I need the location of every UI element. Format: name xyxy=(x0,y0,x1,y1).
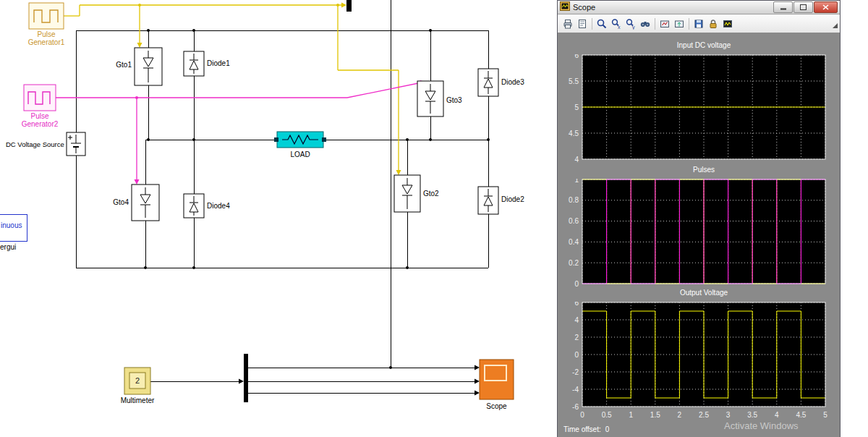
x-tick-label: 0 xyxy=(580,411,584,419)
toolbar-separator xyxy=(655,18,655,30)
chart-output-voltage[interactable]: Output Voltage6420-2-4-600.511.522.533.5… xyxy=(558,289,840,425)
svg-text:y: y xyxy=(632,25,635,30)
diode3-label: Diode3 xyxy=(501,78,524,86)
y-tick-label: 0.4 xyxy=(569,238,579,246)
chart-title: Output Voltage xyxy=(582,289,825,299)
scope-block-label: Scope xyxy=(480,402,514,410)
lock-axes-icon[interactable] xyxy=(706,17,720,31)
scope-toolbar: xy xyxy=(558,14,840,34)
model-wiring xyxy=(0,0,557,437)
toolbar-separator xyxy=(592,18,592,30)
close-button[interactable] xyxy=(814,1,838,13)
zoom-x-icon[interactable]: x xyxy=(609,17,624,31)
load-port-left xyxy=(274,137,278,142)
diode4-label: Diode4 xyxy=(207,202,230,210)
y-tick-label: 5.5 xyxy=(569,77,579,85)
y-tick-label: 2 xyxy=(574,334,579,341)
scope-titlebar[interactable]: Scope xyxy=(558,1,840,14)
parameters-icon[interactable] xyxy=(575,17,590,31)
chart-title: Input DC voltage xyxy=(582,41,825,51)
y-tick-label: 0.6 xyxy=(569,217,579,225)
x-tick-label: 1 xyxy=(629,411,633,419)
scope-window: Scope xy Input DC voltage65.554.54 Pulse… xyxy=(557,0,841,437)
diode1-block[interactable] xyxy=(184,51,204,76)
y-tick-label: -4 xyxy=(572,386,579,394)
plot-area[interactable]: 6420-2-4-600.511.522.533.544.55 xyxy=(558,302,840,425)
toolbar-overflow-button[interactable] xyxy=(833,18,838,31)
floating-scope-icon[interactable] xyxy=(720,17,735,31)
x-tick-label: 1.5 xyxy=(650,411,660,419)
x-tick-label: 4.5 xyxy=(796,411,806,419)
gto1-block[interactable] xyxy=(135,48,162,85)
maximize-button[interactable] xyxy=(793,1,813,13)
diode4-block[interactable] xyxy=(184,194,204,218)
plot-area[interactable]: 65.554.54 xyxy=(558,54,840,162)
svg-text:x: x xyxy=(618,25,621,30)
time-offset-value: 0 xyxy=(605,425,610,433)
mux-bar[interactable] xyxy=(244,354,248,402)
print-icon[interactable] xyxy=(561,17,575,31)
toolbar-separator xyxy=(689,18,689,30)
x-tick-label: 2 xyxy=(678,411,682,419)
y-tick-label: 1 xyxy=(574,179,579,184)
multimeter-label: Multimeter xyxy=(116,396,159,404)
zoom-y-icon[interactable]: y xyxy=(624,17,638,31)
gto2-block[interactable] xyxy=(394,175,420,212)
y-tick-label: 4.5 xyxy=(569,130,579,137)
pulse-generator2-label-line1: Pulse xyxy=(24,112,56,120)
y-tick-label: 4 xyxy=(574,316,579,324)
pulse-generator2-label-line2: Generator2 xyxy=(18,120,61,128)
top-mux-bar[interactable] xyxy=(346,0,352,12)
y-tick-label: 0.8 xyxy=(569,196,579,204)
y-tick-label: 6 xyxy=(574,302,579,307)
x-tick-label: 4 xyxy=(775,411,779,419)
gto1-label: Gto1 xyxy=(109,61,132,69)
x-tick-label: 3 xyxy=(726,411,731,419)
plot-area[interactable]: 10.80.60.40.20 xyxy=(558,179,840,287)
multimeter-value: 2 xyxy=(129,373,145,389)
pulse-generator1-label-line1: Pulse xyxy=(29,30,64,38)
chart-pulses[interactable]: Pulses10.80.60.40.20 xyxy=(558,166,840,287)
gto3-label: Gto3 xyxy=(446,96,462,104)
gto4-block[interactable] xyxy=(132,184,159,221)
load-label: LOAD xyxy=(277,150,323,158)
diode1-label: Diode1 xyxy=(207,59,230,67)
autoscale-icon[interactable] xyxy=(638,17,652,31)
y-tick-label: 5 xyxy=(574,103,579,111)
gto4-label: Gto4 xyxy=(106,198,129,206)
y-tick-label: -2 xyxy=(572,368,579,376)
save-axes-icon[interactable] xyxy=(658,17,672,31)
pulse-generator2-block[interactable] xyxy=(24,85,56,111)
pulse-generator1-label-line2: Generator1 xyxy=(25,38,68,46)
gto2-label: Gto2 xyxy=(423,190,439,198)
powergui-label: ergui xyxy=(0,243,16,251)
toolbar-icons: xy xyxy=(561,17,735,31)
save-data-icon[interactable] xyxy=(692,17,706,31)
diode2-block[interactable] xyxy=(478,187,498,214)
dc-voltage-source-block[interactable] xyxy=(67,132,85,156)
simulink-model-canvas: Pulse Generator1 Pulse Generator2 DC Vol… xyxy=(0,0,557,437)
x-tick-label: 5 xyxy=(823,411,827,419)
y-tick-label: 4 xyxy=(574,156,579,163)
load-block[interactable] xyxy=(274,132,326,148)
y-tick-label: 6 xyxy=(574,54,579,59)
time-offset-label: Time offset: xyxy=(563,425,601,433)
y-tick-label: -6 xyxy=(572,403,579,411)
restore-axes-icon[interactable] xyxy=(672,17,686,31)
y-tick-label: 0 xyxy=(574,280,579,287)
x-tick-label: 3.5 xyxy=(747,411,757,419)
minimize-button[interactable] xyxy=(773,1,793,13)
scope-block[interactable] xyxy=(480,360,514,399)
zoom-icon[interactable] xyxy=(595,17,609,31)
y-tick-label: 0 xyxy=(574,351,579,359)
window-title: Scope xyxy=(573,3,773,12)
x-tick-label: 2.5 xyxy=(699,411,709,419)
x-tick-label: 0.5 xyxy=(602,411,612,419)
diode3-block[interactable] xyxy=(478,69,498,96)
gto3-block[interactable] xyxy=(417,81,443,116)
time-offset: Time offset:0 xyxy=(563,425,613,433)
diode2-label: Diode2 xyxy=(501,195,524,203)
pulse-generator1-block[interactable] xyxy=(29,3,64,29)
scope-plot-canvas: Input DC voltage65.554.54 Pulses10.80.60… xyxy=(558,33,840,437)
chart-input-dc-voltage[interactable]: Input DC voltage65.554.54 xyxy=(558,41,840,162)
